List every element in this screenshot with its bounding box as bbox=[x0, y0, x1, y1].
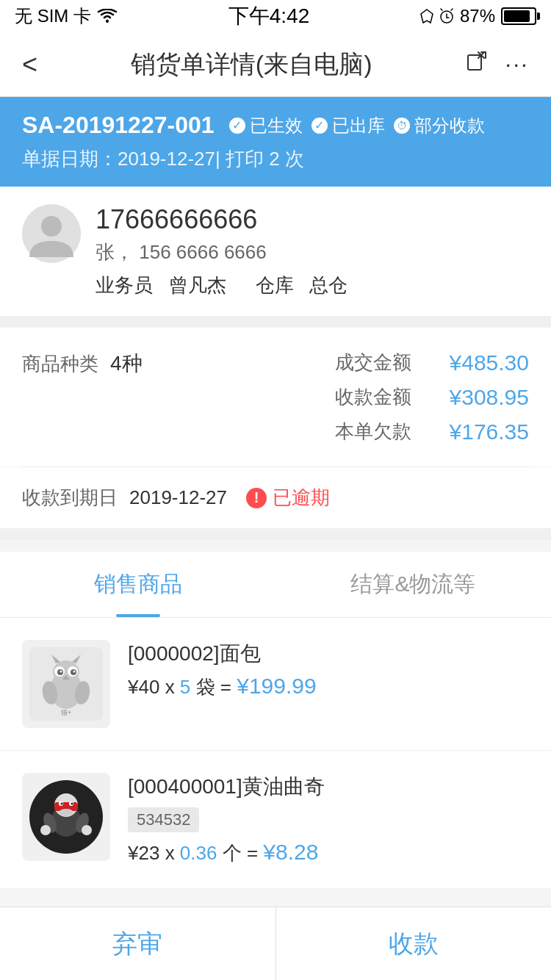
product-info-2: [000400001]黄油曲奇 534532 ¥23 x 0.36 个 = ¥8… bbox=[128, 773, 529, 866]
product-thumb-2 bbox=[22, 773, 110, 861]
clock-icon: ⏱ bbox=[394, 118, 410, 134]
bottom-bar: 弃审 收款 bbox=[0, 907, 551, 980]
product-list: 猫+ [0000002]面包 ¥40 x 5 袋 = ¥199.99 bbox=[0, 618, 551, 889]
collect-payment-button[interactable]: 收款 bbox=[276, 907, 552, 980]
svg-point-0 bbox=[106, 20, 109, 23]
badge-effective: ✓ 已生效 bbox=[229, 114, 303, 137]
status-badges: ✓ 已生效 ✓ 已出库 ⏱ 部分收款 bbox=[229, 114, 485, 137]
status-bar-time: 下午4:42 bbox=[228, 2, 310, 30]
warehouse-label: 仓库 bbox=[256, 274, 294, 296]
received-row: 收款金额 ¥308.95 bbox=[335, 384, 529, 410]
category-value: 4种 bbox=[110, 350, 143, 378]
product-sku-2: 534532 bbox=[128, 807, 199, 832]
salesperson-row: 业务员 曾凡杰 bbox=[96, 273, 226, 298]
qty-2: 0.36 bbox=[180, 842, 217, 864]
check-icon: ✓ bbox=[229, 118, 245, 134]
amount-rows: 成交金额 ¥485.30 收款金额 ¥308.95 本单欠款 ¥176.35 bbox=[335, 350, 529, 444]
product-price-2: ¥23 x 0.36 个 = ¥8.28 bbox=[128, 840, 529, 866]
wifi-icon bbox=[97, 9, 118, 24]
divider-1 bbox=[0, 316, 551, 328]
overdue-text: 已逾期 bbox=[273, 485, 330, 511]
print-count: | 打印 2 次 bbox=[215, 148, 304, 170]
nav-bar: < 销货单详情(来自电脑) ··· bbox=[0, 32, 551, 97]
order-date-row: 单据日期：2019-12-27| 打印 2 次 bbox=[22, 146, 529, 172]
due-label: 收款到期日 bbox=[22, 485, 118, 511]
warehouse-value: 总仓 bbox=[309, 274, 347, 296]
customer-contact-phone: 156 6666 6666 bbox=[139, 241, 267, 263]
svg-point-36 bbox=[82, 825, 92, 835]
product-info-1: [0000002]面包 ¥40 x 5 袋 = ¥199.99 bbox=[128, 640, 529, 700]
svg-line-4 bbox=[441, 9, 442, 10]
svg-point-30 bbox=[61, 803, 63, 805]
qty-1: 5 bbox=[180, 676, 190, 698]
alarm-icon bbox=[439, 8, 454, 24]
customer-info: 17666666666 张， 156 6666 6666 业务员 曾凡杰 仓库 … bbox=[96, 204, 529, 298]
warehouse-row: 仓库 总仓 bbox=[256, 273, 348, 298]
battery-percent: 87% bbox=[460, 6, 495, 26]
svg-point-19 bbox=[73, 671, 76, 673]
equals-1: = bbox=[220, 676, 237, 698]
product-image-2 bbox=[29, 780, 103, 854]
svg-point-32 bbox=[59, 809, 73, 816]
date-label: 单据日期： bbox=[22, 148, 118, 170]
unit-1: 袋 bbox=[196, 676, 215, 698]
page-title: 销货单详情(来自电脑) bbox=[131, 48, 372, 82]
status-bar: 无 SIM 卡 下午4:42 87% bbox=[0, 0, 551, 32]
reject-audit-button[interactable]: 弃审 bbox=[0, 907, 276, 980]
received-label: 收款金额 bbox=[335, 384, 411, 410]
nav-actions: ··· bbox=[465, 49, 529, 80]
more-button[interactable]: ··· bbox=[505, 51, 529, 78]
price-base-1: ¥40 bbox=[128, 676, 159, 698]
customer-name-phone: 张， 156 6666 6666 bbox=[96, 239, 529, 265]
owed-row: 本单欠款 ¥176.35 bbox=[335, 419, 529, 444]
badge-partial-payment: ⏱ 部分收款 bbox=[394, 114, 485, 137]
product-thumb-1: 猫+ bbox=[22, 640, 110, 728]
overdue-badge: ! 已逾期 bbox=[246, 485, 330, 511]
share-button[interactable] bbox=[465, 49, 490, 80]
category-info: 商品种类 4种 bbox=[22, 350, 143, 378]
price-x-2: x bbox=[165, 842, 180, 864]
tab-settlement[interactable]: 结算&物流等 bbox=[276, 552, 551, 617]
unit-2: 个 bbox=[223, 842, 242, 864]
order-date: 2019-12-27 bbox=[118, 148, 215, 170]
product-name-1: [0000002]面包 bbox=[128, 640, 529, 668]
tab-sales-products[interactable]: 销售商品 bbox=[0, 552, 276, 617]
salesperson-value: 曾凡杰 bbox=[169, 274, 226, 296]
price-base-2: ¥23 bbox=[128, 842, 159, 864]
transaction-value: ¥485.30 bbox=[426, 350, 529, 375]
customer-section: 17666666666 张， 156 6666 6666 业务员 曾凡杰 仓库 … bbox=[0, 187, 551, 316]
svg-point-8 bbox=[41, 216, 62, 237]
equals-2: = bbox=[247, 842, 263, 864]
order-id: SA-20191227-001 bbox=[22, 112, 215, 139]
tabs-section: 销售商品 结算&物流等 bbox=[0, 552, 551, 618]
check-icon-2: ✓ bbox=[311, 118, 328, 134]
reject-audit-label: 弃审 bbox=[112, 927, 162, 961]
due-date-section: 收款到期日 2019-12-27 ! 已逾期 bbox=[0, 467, 551, 528]
battery-icon bbox=[501, 7, 536, 25]
svg-text:猫+: 猫+ bbox=[61, 709, 71, 716]
received-value: ¥308.95 bbox=[426, 385, 529, 410]
overdue-icon: ! bbox=[246, 488, 267, 508]
price-x-1: x bbox=[165, 676, 180, 698]
svg-point-31 bbox=[71, 803, 73, 805]
owed-label: 本单欠款 bbox=[335, 419, 411, 444]
category-label: 商品种类 bbox=[22, 351, 98, 377]
avatar-icon bbox=[22, 204, 81, 263]
due-date-value: 2019-12-27 bbox=[129, 486, 227, 509]
order-header-top: SA-20191227-001 ✓ 已生效 ✓ 已出库 ⏱ 部分收款 bbox=[22, 112, 529, 139]
tab-sales-label: 销售商品 bbox=[94, 572, 182, 596]
svg-point-35 bbox=[40, 825, 51, 835]
back-button[interactable]: < bbox=[22, 49, 37, 80]
product-image-1: 猫+ bbox=[29, 647, 103, 721]
collect-payment-label: 收款 bbox=[389, 927, 439, 961]
location-icon bbox=[420, 9, 433, 24]
salesperson-label: 业务员 bbox=[96, 274, 153, 296]
customer-meta: 业务员 曾凡杰 仓库 总仓 bbox=[96, 273, 529, 298]
product-price-1: ¥40 x 5 袋 = ¥199.99 bbox=[128, 674, 529, 700]
product-item-2: [000400001]黄油曲奇 534532 ¥23 x 0.36 个 = ¥8… bbox=[0, 751, 551, 889]
tab-settlement-label: 结算&物流等 bbox=[350, 572, 475, 596]
transaction-label: 成交金额 bbox=[335, 350, 411, 375]
status-bar-left: 无 SIM 卡 bbox=[15, 4, 118, 28]
badge-delivered: ✓ 已出库 bbox=[311, 114, 385, 137]
customer-name-text: 张， bbox=[96, 241, 134, 263]
